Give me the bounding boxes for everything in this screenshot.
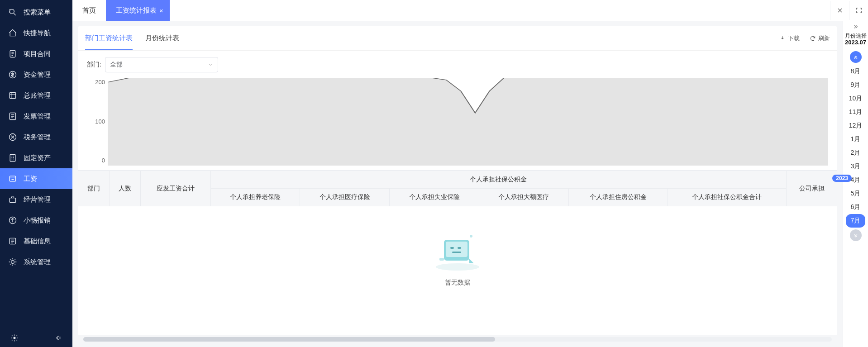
month-option[interactable]: 10月 xyxy=(846,92,865,105)
main: 首页 工资统计报表 × 部门工资统计表 月份统计表 xyxy=(72,0,868,347)
search-icon xyxy=(8,8,17,17)
tab-home[interactable]: 首页 xyxy=(72,0,106,21)
refresh-icon xyxy=(810,35,816,42)
month-option[interactable]: 7月 xyxy=(846,214,865,228)
subtab-dept-salary[interactable]: 部门工资统计表 xyxy=(85,26,133,50)
sidebar-item-8[interactable]: 工资 xyxy=(0,168,72,189)
dock-collapse-icon[interactable] xyxy=(843,21,868,33)
wallet-icon xyxy=(8,70,17,79)
close-icon[interactable]: × xyxy=(159,7,163,14)
chevron-down-icon xyxy=(208,62,213,67)
tax-icon xyxy=(8,133,17,142)
chart-plot xyxy=(108,78,828,166)
sidebar-item-label: 总账管理 xyxy=(24,91,51,100)
tab-salary-report-label: 工资统计报表 xyxy=(116,6,157,15)
table-header: 个人承担养老保险 xyxy=(210,189,300,206)
sidebar-item-11[interactable]: 基础信息 xyxy=(0,231,72,252)
panel-tabs: 部门工资统计表 月份统计表 下载 刷新 xyxy=(78,26,837,51)
month-scroll-up-icon[interactable] xyxy=(850,51,862,63)
sidebar-item-label: 固定资产 xyxy=(24,154,51,162)
collapse-sidebar-icon[interactable] xyxy=(53,333,62,342)
horizontal-scrollbar[interactable] xyxy=(83,337,832,342)
table-header: 个人承担社保公积金 xyxy=(210,171,786,189)
tab-salary-report[interactable]: 工资统计报表 × xyxy=(106,0,170,21)
dept-select-value: 全部 xyxy=(110,61,123,69)
month-option[interactable]: 3月 xyxy=(846,160,865,173)
month-option[interactable]: 8月 xyxy=(846,65,865,78)
svg-rect-18 xyxy=(452,252,461,253)
month-picker-date: 2023.07 xyxy=(843,39,868,46)
month-picker-title: 月份选择 xyxy=(843,33,868,39)
sidebar-footer xyxy=(0,329,72,347)
svg-point-11 xyxy=(11,261,14,264)
chart-y-axis: 2001000 xyxy=(87,78,108,166)
reimburse-icon xyxy=(8,216,17,225)
svg-rect-8 xyxy=(10,198,15,203)
sidebar-item-5[interactable]: 发票管理 xyxy=(0,106,72,127)
sidebar-item-6[interactable]: 税务管理 xyxy=(0,127,72,147)
svg-point-20 xyxy=(470,235,472,238)
table-header: 个人承担医疗保险 xyxy=(300,189,390,206)
svg-point-12 xyxy=(14,337,16,339)
month-picker-dock: 月份选择 2023.07 8月9月10月11月12月1月2月3月4月5月6月7月… xyxy=(843,21,868,347)
svg-point-0 xyxy=(10,9,14,14)
empty-text: 暂无数据 xyxy=(78,279,837,287)
y-tick: 100 xyxy=(95,118,105,125)
svg-marker-19 xyxy=(469,259,474,263)
report-panel: 部门工资统计表 月份统计表 下载 刷新 xyxy=(78,26,837,335)
home-icon xyxy=(8,29,17,38)
refresh-button[interactable]: 刷新 xyxy=(810,34,830,43)
sidebar-item-label: 快捷导航 xyxy=(24,29,51,38)
empty-illustration xyxy=(430,223,485,272)
doc-icon xyxy=(8,49,17,58)
ledger-icon xyxy=(8,91,17,100)
salary-table-zone: 部门人数应发工资合计个人承担社保公积金公司承担个人承担养老保险个人承担医疗保险个… xyxy=(78,170,837,331)
settings-icon[interactable] xyxy=(10,333,19,342)
briefcase-icon xyxy=(8,195,17,204)
salary-icon xyxy=(8,174,17,183)
month-option[interactable]: 1月 xyxy=(846,133,865,146)
salary-table: 部门人数应发工资合计个人承担社保公积金公司承担个人承担养老保险个人承担医疗保险个… xyxy=(78,171,837,206)
month-option[interactable]: 6月 xyxy=(846,200,865,214)
dept-select[interactable]: 全部 xyxy=(105,57,218,72)
sidebar-item-label: 基础信息 xyxy=(24,237,51,246)
sidebar-item-0[interactable]: 搜索菜单 xyxy=(0,2,72,23)
page-tabbar: 首页 工资统计报表 × xyxy=(72,0,868,21)
month-scroll-down-icon[interactable] xyxy=(850,229,862,241)
month-option[interactable]: 9月 xyxy=(846,78,865,92)
month-option[interactable]: 5月 xyxy=(846,187,865,200)
sidebar-item-4[interactable]: 总账管理 xyxy=(0,85,72,106)
table-header: 应发工资合计 xyxy=(140,171,210,206)
tabbar-right xyxy=(830,0,868,21)
sidebar-item-2[interactable]: 项目合同 xyxy=(0,43,72,64)
svg-point-13 xyxy=(436,263,479,271)
sidebar-item-label: 小畅报销 xyxy=(24,216,51,225)
sidebar-item-9[interactable]: 经营管理 xyxy=(0,189,72,210)
month-option[interactable]: 11月 xyxy=(846,105,865,119)
download-icon xyxy=(779,35,786,42)
svg-rect-16 xyxy=(450,247,454,249)
table-header: 人数 xyxy=(109,171,140,206)
svg-rect-21 xyxy=(439,258,444,261)
table-header: 个人承担社保公积金合计 xyxy=(668,189,786,206)
month-option[interactable]: 2月 xyxy=(846,146,865,160)
sidebar-item-label: 经营管理 xyxy=(24,195,51,204)
refresh-label: 刷新 xyxy=(818,34,830,43)
tabbar-close-all-icon[interactable] xyxy=(830,1,849,20)
sidebar-item-10[interactable]: 小畅报销 xyxy=(0,210,72,231)
sidebar-item-label: 项目合同 xyxy=(24,50,51,58)
sidebar-item-7[interactable]: 固定资产 xyxy=(0,147,72,168)
system-icon xyxy=(8,257,17,266)
building-icon xyxy=(8,153,17,162)
subtab-month-salary[interactable]: 月份统计表 xyxy=(145,26,179,50)
sidebar-item-12[interactable]: 系统管理 xyxy=(0,252,72,272)
month-option[interactable]: 12月 xyxy=(846,119,865,133)
fullscreen-icon[interactable] xyxy=(849,1,868,20)
table-header: 公司承担 xyxy=(787,171,837,206)
sidebar-item-1[interactable]: 快捷导航 xyxy=(0,23,72,43)
sidebar-item-3[interactable]: 资金管理 xyxy=(0,64,72,85)
sidebar-item-label: 发票管理 xyxy=(24,112,51,121)
info-icon xyxy=(8,237,17,246)
receipt-icon xyxy=(8,112,17,121)
download-button[interactable]: 下载 xyxy=(779,34,800,43)
